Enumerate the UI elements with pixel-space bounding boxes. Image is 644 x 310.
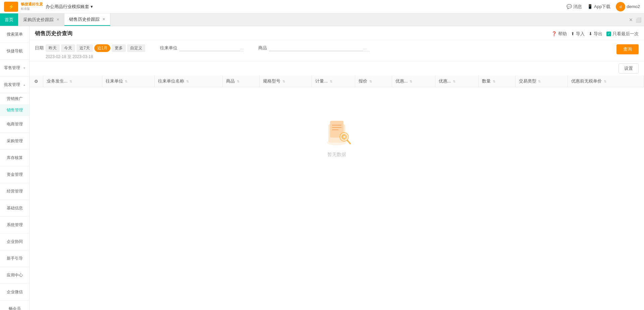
app-download-action[interactable]: 📱 App下载 <box>587 4 610 10</box>
sidebar-item-retail-mgmt[interactable]: 零售管理 ▾ <box>0 60 29 76</box>
col-discount2[interactable]: 优惠... ⇅ <box>435 75 478 87</box>
import-label: 导入 <box>576 31 585 37</box>
sidebar-item-ecommerce-mgmt[interactable]: 电商管理 <box>0 116 29 133</box>
sidebar-item-enterprise-collab[interactable]: 企业协同 <box>0 234 29 250</box>
tabbar: 首页 采购历史价跟踪 ✕ 销售历史价跟踪 ✕ ✕ ⬜ <box>0 13 644 26</box>
sidebar-item-system-mgmt[interactable]: 系统管理 <box>0 217 29 234</box>
close-window-icon[interactable]: ✕ <box>629 17 633 22</box>
sidebar-item-finance-mgmt[interactable]: 资金管理 <box>0 166 29 183</box>
username-label: demo2 <box>627 4 640 9</box>
col-partner-name[interactable]: 往来单位名称 ⇅ <box>154 75 222 87</box>
sidebar-item-membership[interactable]: 畅会员 <box>0 301 29 310</box>
col-discount1[interactable]: 优惠... ⇅ <box>392 75 435 87</box>
col-unit-label: 计量... <box>315 79 328 84</box>
col-trade-type[interactable]: 交易类型 ⇅ <box>515 75 568 87</box>
col-biz-date[interactable]: 业务发生... ⇅ <box>43 75 102 87</box>
col-gear: ⚙ <box>30 75 43 87</box>
only-last-check-icon: ✓ <box>606 32 611 36</box>
retail-mgmt-arrow-icon: ▾ <box>23 66 25 70</box>
page-header: 销售历史价查询 ❓ 帮助 ⬆ 导入 ⬇ 导出 ✓ <box>30 26 644 40</box>
gear-icon[interactable]: ⚙ <box>34 79 38 84</box>
date-btn-yesterday[interactable]: 昨天 <box>46 44 60 52</box>
col-partner-code-sort-icon: ⇅ <box>125 80 127 83</box>
tab-home[interactable]: 首页 <box>0 13 18 26</box>
empty-state-text: 暂无数据 <box>327 152 346 158</box>
purchase-mgmt-label: 采购管理 <box>7 138 23 144</box>
col-quantity[interactable]: 数量 ⇅ <box>479 75 515 87</box>
sidebar-item-purchase-mgmt[interactable]: 采购管理 <box>0 133 29 150</box>
col-trade-type-label: 交易类型 <box>519 79 536 84</box>
import-button[interactable]: ⬆ 导入 <box>571 31 585 37</box>
sidebar-item-app-center[interactable]: 应用中心 <box>0 267 29 284</box>
only-last-checkbox[interactable]: ✓ 只看最后一次 <box>606 31 639 37</box>
partner-input[interactable] <box>179 44 240 51</box>
export-button[interactable]: ⬇ 导出 <box>589 31 602 37</box>
col-discount2-label: 优惠... <box>439 79 451 84</box>
sales-mgmt-label: 销售管理 <box>7 108 23 112</box>
sidebar-item-quick-nav[interactable]: 快捷导航 <box>0 43 29 60</box>
export-label: 导出 <box>594 31 602 37</box>
table-header: ⚙ 业务发生... ⇅ 往来单位 ⇅ 往来单位名称 <box>30 75 644 87</box>
date-label: 日期 <box>35 44 44 51</box>
wholesale-mgmt-arrow-icon: ▴ <box>23 83 25 87</box>
sidebar-item-enterprise-wechat[interactable]: 企业微信 <box>0 284 29 301</box>
sidebar-item-sales-mgmt[interactable]: 销售管理 <box>0 105 29 116</box>
col-spec-sort-icon: ⇅ <box>282 80 285 83</box>
col-partner-code[interactable]: 往来单位 ⇅ <box>102 75 154 87</box>
filter-row: 日期 昨天 今天 近7天 近1月 更多 自定义 2023-02-18 至 202… <box>30 40 644 61</box>
sidebar-item-inventory[interactable]: 库存核算 <box>0 150 29 166</box>
date-btn-custom[interactable]: 自定义 <box>127 44 145 52</box>
user-action[interactable]: d demo2 <box>616 2 640 11</box>
sidebar-item-basic-info[interactable]: 基础信息 <box>0 200 29 217</box>
col-pre-discount-price[interactable]: 优惠前无税单价 ⇅ <box>568 75 644 87</box>
message-action[interactable]: 💬 消息 <box>567 4 582 10</box>
query-button[interactable]: 查询 <box>616 44 639 54</box>
page-container: 销售历史价查询 ❓ 帮助 ⬆ 导入 ⬇ 导出 ✓ <box>30 26 644 310</box>
product-dots-icon[interactable]: ... <box>363 45 367 50</box>
col-trade-type-sort-icon: ⇅ <box>538 80 541 83</box>
product-filter-section: 商品 ... <box>258 44 370 51</box>
col-partner-name-sort-icon: ⇅ <box>186 80 189 83</box>
date-btn-1month[interactable]: 近1月 <box>94 44 111 52</box>
tab-sales-history[interactable]: 销售历史价跟踪 ✕ <box>64 13 110 26</box>
col-spec[interactable]: 规格型号 ⇅ <box>259 75 312 87</box>
partner-dots-icon[interactable]: ... <box>240 45 244 50</box>
settings-button[interactable]: 设置 <box>619 63 639 73</box>
col-quote[interactable]: 报价 ⇅ <box>355 75 392 87</box>
col-biz-date-sort-icon: ⇅ <box>69 80 72 83</box>
col-partner-name-label: 往来单位名称 <box>158 79 184 84</box>
sidebar-item-search-menu[interactable]: 搜索菜单 <box>0 26 29 43</box>
tab-purchase-history[interactable]: 采购历史价跟踪 ✕ <box>18 13 64 26</box>
page-actions: ❓ 帮助 ⬆ 导入 ⬇ 导出 ✓ 只看最后一次 <box>551 31 639 37</box>
svg-line-7 <box>347 140 350 144</box>
col-unit[interactable]: 计量... ⇅ <box>312 75 355 87</box>
sidebar-item-new-guide[interactable]: 新手引导 <box>0 250 29 267</box>
col-pre-discount-price-sort-icon: ⇅ <box>604 80 606 83</box>
brand-subtitle: 标准版 <box>21 7 43 11</box>
sidebar-item-operation-mgmt[interactable]: 经营管理 <box>0 183 29 200</box>
col-biz-date-label: 业务发生... <box>47 79 68 84</box>
help-button[interactable]: ❓ 帮助 <box>551 31 567 37</box>
col-product[interactable]: 商品 ⇅ <box>223 75 259 87</box>
topbar-right: 💬 消息 📱 App下载 d demo2 <box>567 2 640 11</box>
tab-sales-history-close-icon[interactable]: ✕ <box>102 17 105 21</box>
workspace-name: 办公用品行业模拟账套 <box>46 4 89 10</box>
date-btn-today[interactable]: 今天 <box>61 44 75 52</box>
sidebar: 搜索菜单 快捷导航 零售管理 ▾ 批发管理 ▴ 营销推广 销售管理 电商管理 采… <box>0 26 30 310</box>
data-table: ⚙ 业务发生... ⇅ 往来单位 ⇅ 往来单位名称 <box>30 75 644 87</box>
topbar: ⚡ 畅捷通好生意 标准版 办公用品行业模拟账套 ▾ 💬 消息 📱 App下载 d… <box>0 0 644 13</box>
sidebar-item-marketing[interactable]: 营销推广 <box>0 93 29 105</box>
tab-purchase-history-close-icon[interactable]: ✕ <box>56 17 59 22</box>
content: 销售历史价查询 ❓ 帮助 ⬆ 导入 ⬇ 导出 ✓ <box>30 26 644 310</box>
app-center-label: 应用中心 <box>7 272 23 278</box>
maximize-window-icon[interactable]: ⬜ <box>636 17 641 22</box>
sidebar-item-wholesale-mgmt[interactable]: 批发管理 ▴ <box>0 76 29 93</box>
product-input[interactable] <box>269 44 363 51</box>
col-unit-sort-icon: ⇅ <box>330 80 332 83</box>
col-quantity-label: 数量 <box>482 79 491 84</box>
product-label: 商品 <box>258 44 267 51</box>
workspace-selector[interactable]: 办公用品行业模拟账套 ▾ <box>46 4 93 10</box>
help-label: 帮助 <box>558 31 567 37</box>
date-btn-more[interactable]: 更多 <box>112 44 126 52</box>
date-btn-7days[interactable]: 近7天 <box>76 44 93 52</box>
